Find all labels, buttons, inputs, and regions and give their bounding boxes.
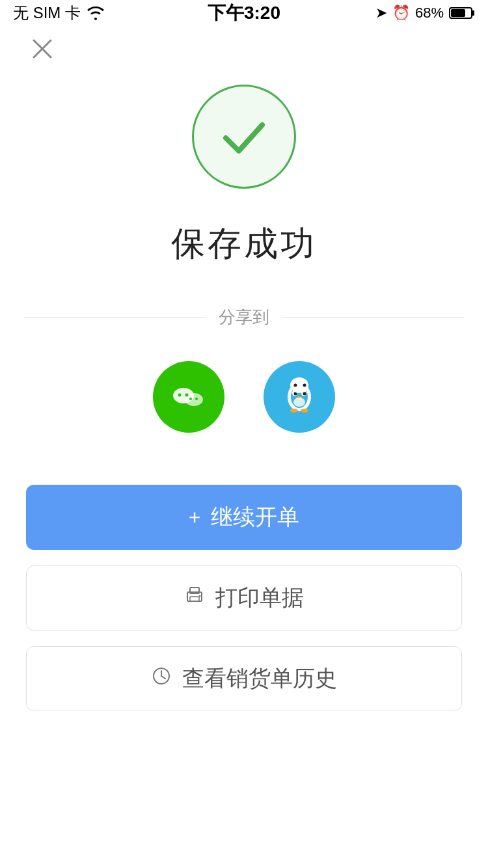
share-section: 分享到 bbox=[0, 306, 488, 433]
svg-rect-2 bbox=[451, 9, 465, 17]
location-icon: ➤ bbox=[375, 5, 387, 21]
svg-point-9 bbox=[189, 398, 192, 400]
svg-point-19 bbox=[290, 409, 298, 413]
wifi-icon bbox=[86, 6, 105, 20]
share-label: 分享到 bbox=[219, 306, 269, 329]
svg-rect-28 bbox=[190, 597, 199, 601]
alarm-icon: ⏰ bbox=[392, 5, 410, 21]
status-left: 无 SIM 卡 bbox=[13, 3, 105, 23]
continue-button[interactable]: + 继续开单 bbox=[26, 485, 462, 550]
svg-line-32 bbox=[161, 676, 165, 679]
qq-icon bbox=[280, 376, 319, 418]
svg-point-29 bbox=[199, 595, 201, 597]
divider-row: 分享到 bbox=[25, 306, 464, 329]
checkmark-icon bbox=[218, 111, 270, 163]
share-icons bbox=[153, 361, 335, 433]
clock-icon bbox=[151, 666, 172, 692]
status-bar: 无 SIM 卡 下午3:20 ➤ ⏰ 68% bbox=[0, 0, 488, 26]
no-sim-text: 无 SIM 卡 bbox=[13, 3, 81, 23]
action-buttons: + 继续开单 打印单据 bbox=[0, 485, 488, 711]
svg-point-8 bbox=[185, 394, 189, 397]
svg-point-25 bbox=[303, 383, 306, 387]
svg-point-20 bbox=[301, 409, 308, 413]
close-icon bbox=[31, 38, 53, 60]
continue-label: 继续开单 bbox=[211, 502, 299, 532]
print-label: 打印单据 bbox=[215, 583, 304, 613]
divider-right bbox=[282, 317, 464, 318]
status-right: ➤ ⏰ 68% bbox=[375, 5, 475, 21]
plus-icon: + bbox=[189, 506, 201, 530]
print-button[interactable]: 打印单据 bbox=[26, 565, 462, 631]
qq-share-button[interactable] bbox=[264, 361, 335, 433]
main-content: 保存成功 分享到 bbox=[0, 26, 488, 711]
svg-rect-1 bbox=[472, 10, 474, 16]
wechat-icon bbox=[169, 377, 208, 416]
history-label: 查看销货单历史 bbox=[182, 664, 337, 694]
svg-point-7 bbox=[178, 394, 182, 397]
status-time: 下午3:20 bbox=[208, 1, 280, 25]
svg-point-24 bbox=[294, 383, 297, 387]
svg-point-18 bbox=[293, 398, 305, 407]
history-button[interactable]: 查看销货单历史 bbox=[26, 646, 462, 711]
success-icon-container bbox=[192, 85, 296, 189]
close-button[interactable] bbox=[26, 33, 59, 65]
success-title: 保存成功 bbox=[171, 221, 317, 267]
printer-icon bbox=[184, 585, 205, 611]
divider-left bbox=[25, 317, 206, 318]
wechat-share-button[interactable] bbox=[153, 361, 224, 433]
svg-point-10 bbox=[195, 398, 198, 400]
battery-icon bbox=[449, 6, 475, 20]
svg-point-16 bbox=[303, 392, 306, 395]
battery-text: 68% bbox=[415, 5, 444, 21]
